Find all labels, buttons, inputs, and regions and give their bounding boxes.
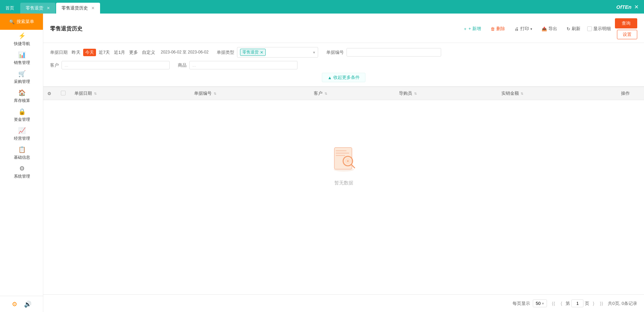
sidebar-item-finance[interactable]: 🔒 资金管理 [0, 106, 43, 125]
refresh-button[interactable]: ↻ 刷新 [564, 24, 583, 33]
print-icon: 🖨 [515, 26, 519, 31]
select-chevron-icon: ▾ [313, 50, 315, 55]
collapse-icon: ▲ [328, 75, 332, 80]
table-area: ⚙ 单据日期 ⇅ 单据编号 ⇅ [43, 87, 644, 294]
select-all-checkbox[interactable] [61, 91, 66, 95]
tab-retail-return[interactable]: 零售退货 ✕ [20, 3, 55, 14]
tab-close-retail-return[interactable]: ✕ [47, 6, 50, 10]
sidebar-item-purchase[interactable]: 🛒 采购管理 [0, 68, 43, 87]
sidebar-item-shortcut[interactable]: ⚡ 快捷导航 [0, 30, 43, 49]
date-range-display: 2023-06-02 至 2023-06-02 [161, 49, 208, 55]
th-amount: 实销金额 ⇅ [497, 87, 617, 100]
goods-input[interactable]: ... [189, 61, 297, 69]
pagination-bar: 每页显示 50 ▾ ⟨⟨ ⟨ 第 页 ⟩ ⟩⟩ 共0页, 0条记录 [43, 294, 644, 312]
add-button[interactable]: + + 新增 [461, 24, 484, 33]
sort-amount-icon[interactable]: ⇅ [521, 92, 523, 95]
tab-close-retail-return-history[interactable]: ✕ [91, 6, 95, 10]
prev-page-button[interactable]: ⟨ [558, 300, 564, 307]
sidebar-item-label: 销售管理 [14, 60, 30, 66]
date-btn-today[interactable]: 今天 [83, 49, 96, 56]
tab-bar: 首页 零售退货 ✕ 零售退货历史 ✕ [0, 0, 616, 14]
page-header: 零售退货历史 + + 新增 🗑 删除 🖨 打印 ▾ 📤 导出 [43, 14, 644, 43]
sort-customer-icon[interactable]: ⇅ [325, 92, 327, 95]
brand-text: OfTEn [616, 4, 631, 10]
last-page-button[interactable]: ⟩⟩ [598, 300, 605, 307]
date-btn-custom[interactable]: 自定义 [141, 49, 157, 56]
sort-docno-icon[interactable]: ⇅ [214, 92, 216, 95]
first-page-button[interactable]: ⟨⟨ [550, 300, 557, 307]
collapse-button[interactable]: ▲ 收起更多条件 [322, 73, 365, 82]
tag-close-icon[interactable]: ✕ [260, 50, 263, 55]
sidebar-item-system[interactable]: ⚙ 系统管理 [0, 162, 43, 181]
sidebar-item-label: 系统管理 [14, 174, 30, 179]
filter-area: 单据日期 昨天 今天 近7天 近1月 更多 自定义 2023-06-02 至 2… [43, 43, 644, 87]
doc-type-filter: 单据类型 零售退货 ✕ ▾ [217, 47, 318, 58]
per-page-chevron-icon: ▾ [542, 301, 544, 306]
svg-point-8 [347, 160, 349, 162]
empty-illustration [327, 141, 361, 175]
customer-filter: 客户 ... [50, 61, 170, 69]
tab-home[interactable]: 首页 [0, 3, 20, 14]
content-area: 零售退货历史 + + 新增 🗑 删除 🖨 打印 ▾ 📤 导出 [43, 14, 644, 312]
top-bar: 首页 零售退货 ✕ 零售退货历史 ✕ OfTEn ✕ [0, 0, 644, 14]
sidebar-bottom: ⚙ 🔊 [0, 296, 43, 312]
date-btn-more[interactable]: 更多 [128, 49, 139, 56]
top-bar-right: OfTEn ✕ [616, 4, 644, 10]
customer-label: 客户 [50, 62, 59, 68]
date-buttons: 昨天 今天 近7天 近1月 更多 自定义 [70, 49, 157, 56]
tab-retail-return-history[interactable]: 零售退货历史 ✕ [56, 3, 100, 14]
sidebar-item-label: 快捷导航 [14, 41, 30, 47]
sidebar-item-inventory[interactable]: 🏠 库存核算 [0, 87, 43, 106]
page-number-input[interactable] [571, 299, 583, 307]
search-icon: 🔍 [9, 19, 15, 24]
window-close-icon[interactable]: ✕ [634, 4, 639, 10]
date-btn-7days[interactable]: 近7天 [97, 49, 111, 56]
inventory-icon: 🏠 [18, 89, 26, 96]
date-filter: 单据日期 昨天 今天 近7天 近1月 更多 自定义 2023-06-02 至 2… [50, 49, 209, 56]
sales-icon: 📊 [18, 51, 26, 59]
customer-input[interactable]: ... [62, 61, 170, 69]
sort-guide-icon[interactable]: ⇅ [414, 92, 417, 95]
finance-icon: 🔒 [18, 108, 26, 115]
sort-date-icon[interactable]: ⇅ [94, 92, 97, 95]
print-button[interactable]: 🖨 打印 ▾ [512, 24, 535, 33]
goods-label: 商品 [178, 62, 187, 68]
page-label: 第 [566, 300, 570, 307]
export-button[interactable]: 📤 导出 [539, 24, 560, 33]
query-button[interactable]: 查询 [615, 18, 637, 28]
doc-no-input[interactable] [347, 48, 441, 57]
delete-icon: 🗑 [491, 26, 495, 31]
page-unit: 页 [585, 300, 589, 307]
svg-rect-2 [336, 150, 347, 151]
goods-filter: 商品 ... [178, 61, 297, 69]
main-layout: 🔍 搜索菜单 ⚡ 快捷导航 📊 销售管理 🛒 采购管理 🏠 库存核算 🔒 资金管… [0, 14, 644, 312]
set-button[interactable]: 设置 [617, 30, 637, 39]
doc-no-label: 单据编号 [326, 49, 344, 55]
date-btn-yesterday[interactable]: 昨天 [70, 49, 82, 56]
th-operation: 操作 [617, 87, 644, 100]
th-customer: 客户 ⇅ [310, 87, 395, 100]
next-page-button[interactable]: ⟩ [591, 300, 596, 307]
sidebar-item-operations[interactable]: 📈 经营管理 [0, 125, 43, 143]
display-checkbox[interactable] [587, 26, 592, 31]
display-toggle[interactable]: 显示明细 [587, 26, 611, 32]
svg-rect-3 [336, 153, 349, 154]
sidebar-item-basic-info[interactable]: 📋 基础信息 [0, 143, 43, 162]
date-btn-1month[interactable]: 近1月 [113, 49, 126, 56]
refresh-icon: ↻ [567, 26, 570, 31]
volume-icon[interactable]: 🔊 [24, 300, 31, 308]
delete-button[interactable]: 🗑 删除 [488, 24, 508, 33]
search-menu[interactable]: 🔍 搜索菜单 [0, 14, 43, 30]
sidebar-item-sales[interactable]: 📊 销售管理 [0, 49, 43, 68]
th-date: 单据日期 ⇅ [70, 87, 190, 100]
th-checkbox[interactable] [57, 87, 70, 100]
settings-bottom-icon[interactable]: ⚙ [12, 300, 17, 308]
table-settings-icon[interactable]: ⚙ [47, 91, 51, 96]
th-settings[interactable]: ⚙ [43, 87, 57, 100]
per-page-select[interactable]: 50 ▾ [533, 299, 547, 307]
empty-text: 暂无数据 [334, 180, 353, 186]
add-icon: + [464, 26, 467, 31]
basic-info-icon: 📋 [18, 146, 26, 153]
operations-icon: 📈 [18, 127, 26, 134]
doc-type-select[interactable]: 零售退货 ✕ ▾ [237, 47, 318, 58]
